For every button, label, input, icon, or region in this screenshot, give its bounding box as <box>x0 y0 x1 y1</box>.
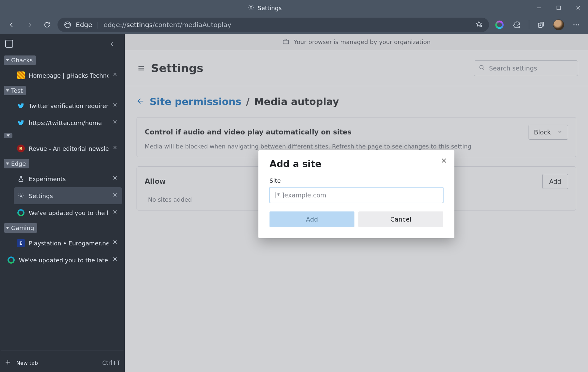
gear-icon <box>248 4 254 12</box>
tab-label: Homepage | gHacks Technology <box>29 72 108 79</box>
tab-close-button[interactable] <box>112 192 120 199</box>
tab-group-label: Gaming <box>11 225 34 231</box>
tab-group-chip[interactable]: Test <box>4 86 26 95</box>
window-title: Settings <box>258 5 282 11</box>
browser-toolbar: Edge | edge://settings/content/mediaAuto… <box>0 16 588 34</box>
modal-overlay[interactable]: Add a site Site Add Cancel <box>125 34 588 372</box>
chevron-down-icon <box>6 89 9 92</box>
tab-item[interactable]: We've updated you to the latest <box>4 252 122 269</box>
tab-item[interactable]: RRevue - An editorial newslet <box>14 140 122 157</box>
dialog-title: Add a site <box>270 159 443 169</box>
new-tab-button[interactable]: New tab Ctrl+T <box>0 354 125 372</box>
tab-item[interactable]: Homepage | gHacks Technology <box>14 67 122 84</box>
tab-close-button[interactable] <box>112 175 120 182</box>
tab-close-button[interactable] <box>112 145 120 152</box>
tab-close-button[interactable] <box>112 209 120 216</box>
settings-page: Your browser is managed by your organiza… <box>125 34 588 372</box>
tab-item[interactable]: We've updated you to the la <box>14 204 122 221</box>
twitter-icon <box>17 102 25 110</box>
tab-close-button[interactable] <box>112 240 120 247</box>
tab-close-button[interactable] <box>112 102 120 109</box>
chevron-down-icon <box>6 227 9 229</box>
svg-point-5 <box>573 24 575 25</box>
tab-item[interactable]: https://twitter.com/home <box>14 114 122 131</box>
tab-label: Playstation • Eurogamer.net <box>29 240 108 247</box>
edge-icon <box>64 21 71 28</box>
tab-item[interactable]: Twitter verification requirem <box>14 97 122 114</box>
edge-icon <box>17 209 25 217</box>
svg-point-6 <box>576 24 577 25</box>
favorite-icon[interactable] <box>475 21 482 29</box>
svg-point-7 <box>578 24 579 25</box>
address-bar-separator: | <box>97 21 99 29</box>
dialog-site-input[interactable] <box>270 187 443 203</box>
nav-forward-button[interactable] <box>22 18 37 32</box>
dialog-add-button[interactable]: Add <box>270 211 354 227</box>
svg-point-0 <box>250 6 252 8</box>
title-bar: Settings <box>0 0 588 16</box>
sidebar-divider <box>1 350 123 350</box>
tab-label: Revue - An editorial newslet <box>29 145 108 152</box>
gear-icon <box>17 192 25 200</box>
chevron-down-icon <box>7 134 10 137</box>
twitter-icon <box>17 119 25 127</box>
tab-label: Twitter verification requirem <box>29 102 108 109</box>
collapse-sidebar-button[interactable] <box>105 37 120 51</box>
window-minimize-button[interactable] <box>529 0 549 16</box>
tab-label: We've updated you to the la <box>29 209 108 216</box>
site-favicon: R <box>17 145 25 152</box>
copilot-icon[interactable] <box>492 18 507 32</box>
svg-rect-1 <box>557 6 561 10</box>
nav-back-button[interactable] <box>5 18 19 32</box>
tab-group-chip[interactable] <box>4 133 12 138</box>
tab-label: We've updated you to the latest <box>19 257 108 264</box>
tab-group-chip[interactable]: Ghacks <box>4 55 36 65</box>
new-tab-shortcut: Ctrl+T <box>102 360 120 366</box>
dialog-cancel-button[interactable]: Cancel <box>358 211 443 227</box>
tab-group-chip[interactable]: Edge <box>4 159 29 168</box>
vertical-tabs-icon[interactable] <box>5 40 13 48</box>
tab-label: Settings <box>29 193 108 199</box>
dialog-field-label: Site <box>270 177 443 184</box>
vertical-tabs-sidebar: GhacksHomepage | gHacks TechnologyTestTw… <box>0 34 125 372</box>
tab-group-label: Edge <box>11 160 26 167</box>
plus-icon <box>5 359 11 367</box>
flask-icon <box>17 175 25 183</box>
window-close-button[interactable] <box>568 0 588 16</box>
site-favicon <box>17 71 25 79</box>
tab-close-button[interactable] <box>112 256 120 264</box>
toolbar-separator <box>529 20 529 29</box>
tab-close-button[interactable] <box>112 72 120 79</box>
new-tab-label: New tab <box>16 360 38 366</box>
tab-item[interactable]: Settings <box>14 187 122 204</box>
tab-label: Experiments <box>29 176 108 182</box>
address-bar-url: edge://settings/content/mediaAutoplay <box>104 21 231 29</box>
tab-close-button[interactable] <box>112 119 120 126</box>
tab-group-label: Ghacks <box>11 57 33 64</box>
window-maximize-button[interactable] <box>549 0 568 16</box>
edge-icon <box>7 256 15 264</box>
dialog-close-button[interactable] <box>439 155 449 166</box>
chevron-down-icon <box>6 163 9 165</box>
extensions-icon[interactable] <box>510 18 524 32</box>
collections-icon[interactable] <box>534 18 548 32</box>
address-bar[interactable]: Edge | edge://settings/content/mediaAuto… <box>57 18 489 32</box>
site-favicon: E <box>17 239 25 247</box>
address-bar-brand: Edge <box>76 21 92 29</box>
tab-group-label: Test <box>11 87 23 94</box>
add-site-dialog: Add a site Site Add Cancel <box>258 150 454 238</box>
tab-label: https://twitter.com/home <box>29 119 108 126</box>
tab-item[interactable]: EPlaystation • Eurogamer.net <box>14 235 122 252</box>
tab-item[interactable]: Experiments <box>14 170 122 187</box>
svg-point-8 <box>20 195 22 197</box>
profile-avatar[interactable] <box>551 18 566 32</box>
chevron-down-icon <box>6 59 9 61</box>
more-menu-icon[interactable] <box>569 18 583 32</box>
tab-group-chip[interactable]: Gaming <box>4 223 37 233</box>
nav-refresh-button[interactable] <box>40 18 54 32</box>
